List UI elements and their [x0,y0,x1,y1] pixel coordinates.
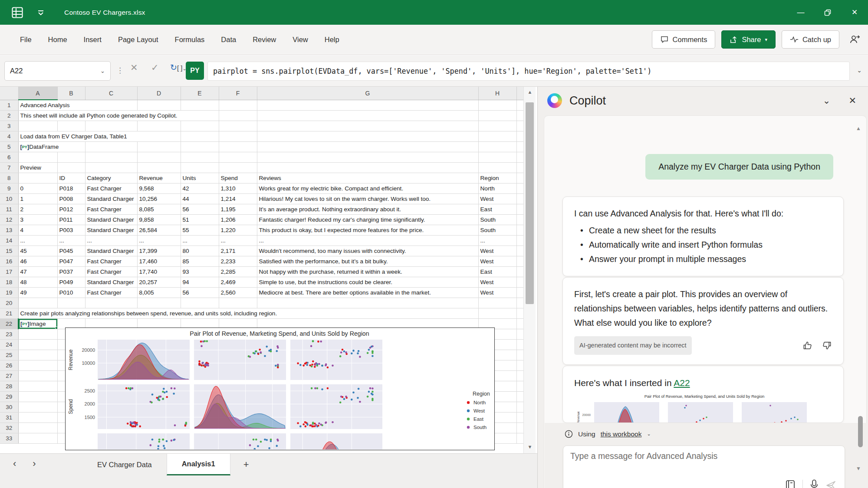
ribbon-tab-view[interactable]: View [286,32,315,47]
cell-G9[interactable]: Works great for my electric bike. Compac… [257,183,478,193]
cell-D9[interactable]: 9,568 [137,183,181,193]
cell-C18[interactable]: Standard Charger [85,277,137,287]
python-recalculate-icon[interactable]: ↻[ ]⌄ [170,62,187,72]
scroll-up-icon[interactable]: ▲ [524,89,536,95]
cell-H7[interactable] [478,162,516,173]
cell-C12[interactable]: Standard Charger [85,214,137,225]
cell-F7[interactable] [219,162,257,173]
cell-F13[interactable]: 1,220 [219,225,257,235]
cell-G8[interactable]: Reviews [257,173,478,183]
ribbon-tab-help[interactable]: Help [318,32,346,47]
row-header-32[interactable]: 32 [0,422,18,433]
prompt-library-icon[interactable] [785,480,796,488]
cell-E8[interactable]: Units [181,173,219,183]
cell-A23[interactable] [18,329,57,339]
cell-A9[interactable]: 0 [18,183,57,193]
cell-H4[interactable] [478,131,516,141]
cell-E10[interactable]: 44 [181,193,219,204]
cell-F10[interactable]: 1,214 [219,193,257,204]
cell-D18[interactable]: 20,257 [137,277,181,287]
cell-C13[interactable]: Standard Charger [85,225,137,235]
cell-F12[interactable]: 1,206 [219,214,257,225]
cell-A18[interactable]: 48 [18,277,57,287]
cell-A15[interactable]: 45 [18,246,57,256]
cell-D15[interactable]: 17,399 [137,246,181,256]
cell-A33[interactable] [18,433,57,443]
cell-F9[interactable]: 1,310 [219,183,257,193]
row-header-1[interactable]: 1 [0,100,18,110]
cell-H19[interactable]: West [478,287,516,298]
cancel-entry-icon[interactable]: ✕ [130,62,138,73]
cell-H1[interactable] [478,100,516,110]
excel-app-icon[interactable] [11,7,23,19]
cell-H16[interactable]: West [478,256,516,266]
cell-E19[interactable]: 56 [181,287,219,298]
row-header-16[interactable]: 16 [0,256,18,266]
add-sheet-button[interactable]: + [230,454,262,475]
column-header-H[interactable]: H [478,87,516,100]
workbook-scope-chevron-icon[interactable]: ⌄ [647,431,651,437]
restore-button[interactable] [814,0,841,25]
cell-C10[interactable]: Standard Charger [85,193,137,204]
pane-scroll-up-icon[interactable]: ▲ [856,125,861,131]
column-header-C[interactable]: C [85,87,137,100]
cell-D3[interactable] [137,121,181,131]
cell-B12[interactable]: P011 [57,214,85,225]
cell-F20[interactable] [219,298,257,308]
ribbon-tab-review[interactable]: Review [246,32,283,47]
cell-G5[interactable] [257,141,478,152]
cell-E7[interactable] [181,162,219,173]
ribbon-tab-data[interactable]: Data [214,32,243,47]
cell-D16[interactable]: 17,460 [137,256,181,266]
row-header-29[interactable]: 29 [0,391,18,402]
cell-D12[interactable]: 9,858 [137,214,181,225]
cell-F8[interactable]: Spend [219,173,257,183]
cell-G17[interactable]: Not happy with the purchase, returned it… [257,266,478,277]
row-header-12[interactable]: 12 [0,214,18,225]
row-header-27[interactable]: 27 [0,370,18,381]
thumbs-up-icon[interactable] [802,341,812,350]
row-header-33[interactable]: 33 [0,433,18,443]
cell-C9[interactable]: Fast Charger [85,183,137,193]
cell-B8[interactable]: ID [57,173,85,183]
cell-H3[interactable] [478,121,516,131]
cell-H14[interactable]: ... [478,235,516,246]
cell-H20[interactable] [478,298,516,308]
cell-B19[interactable]: P010 [57,287,85,298]
ribbon-tab-formulas[interactable]: Formulas [168,32,212,47]
cell-D13[interactable]: 26,584 [137,225,181,235]
cell-D11[interactable]: 8,085 [137,204,181,214]
row-header-3[interactable]: 3 [0,121,18,131]
cell-E6[interactable] [181,152,219,162]
cell-H18[interactable]: West [478,277,516,287]
quick-access-chevron-icon[interactable] [37,10,44,15]
cell-F5[interactable] [219,141,257,152]
cell-F19[interactable]: 2,560 [219,287,257,298]
cell-A13[interactable]: 4 [18,225,57,235]
cell-E16[interactable]: 85 [181,256,219,266]
grid-corner[interactable] [0,87,18,100]
cell-F1[interactable] [219,100,257,110]
cell-D17[interactable]: 17,740 [137,266,181,277]
cell-A11[interactable]: 2 [18,204,57,214]
cell-F3[interactable] [219,121,257,131]
cell-E14[interactable]: ... [181,235,219,246]
cell-A2[interactable]: This sheet will include all Python code … [18,110,219,121]
cell-G18[interactable]: Simple to use, but the instructions coul… [257,277,478,287]
cell-C6[interactable] [85,152,137,162]
cell-A8[interactable] [18,173,57,183]
cell-A20[interactable] [18,298,57,308]
sheet-nav-left-icon[interactable]: ‹ [13,458,16,469]
cell-G19[interactable]: Mediocre at best. There are better optio… [257,287,478,298]
cell-E5[interactable] [181,141,219,152]
cell-C5[interactable] [85,141,137,152]
cell-A32[interactable] [18,422,57,433]
cell-F18[interactable]: 2,469 [219,277,257,287]
minimize-button[interactable]: — [787,0,814,25]
cell-C11[interactable]: Fast Charger [85,204,137,214]
cell-E18[interactable]: 94 [181,277,219,287]
cell-D7[interactable] [137,162,181,173]
microphone-icon[interactable] [810,479,819,488]
cell-H9[interactable]: North [478,183,516,193]
cell-A24[interactable] [18,339,57,350]
